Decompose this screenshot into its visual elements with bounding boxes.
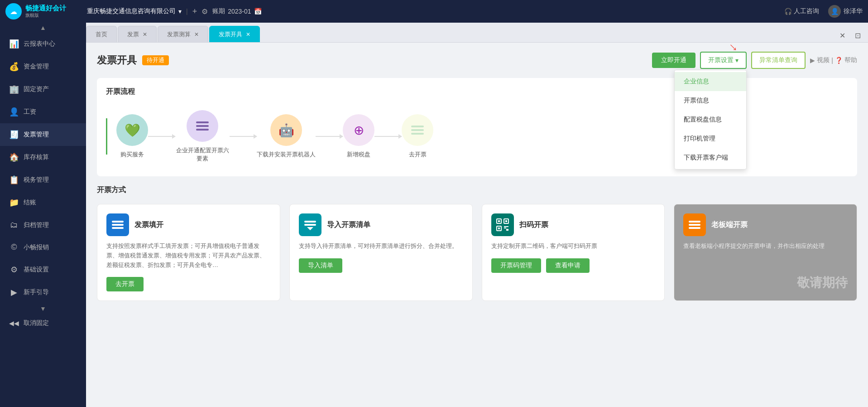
tab-fapiaokaiqu-label: 发票开具 [219,30,242,39]
methods-section: 开票方式 发票填开 支持按照发票样式手工填开发票；可开具增值税电子普通发票、增值… [97,185,857,301]
zijin-icon: 💰 [9,62,19,72]
video-help-area[interactable]: ▶ 视频 | ❓ 帮助 [810,56,857,64]
sidebar-item-shuiwu[interactable]: 📋 税务管理 [0,169,86,191]
method-card-fill: 发票填开 支持按照发票样式手工填开发票；可开具增值税电子普通发票、增值税普通发票… [97,204,280,301]
flow-label-2: 企业开通配置开票六要素 [175,146,230,163]
method-desc-fill: 支持按照发票样式手工填开发票；可开具增值税电子普通发票、增值税普通发票、增值税专… [106,242,271,270]
xinshouyin-icon: ▶ [9,287,19,297]
svg-rect-8 [112,227,124,229]
fill-go-btn[interactable]: 去开票 [106,277,144,291]
sidebar-item-label: 基础设置 [24,266,49,274]
page-title-area: 发票开具 待开通 [97,53,169,67]
logo-icon: ☁ [5,3,22,19]
sidebar-item-label: 发票管理 [24,131,49,139]
method-icon-import [299,213,321,236]
svg-rect-18 [504,226,506,227]
scan-btn1[interactable]: 开票码管理 [491,258,541,273]
svg-rect-10 [304,224,316,226]
flow-step-5: 去开票 [402,114,433,159]
tab-fapiao-close[interactable]: ✕ [143,31,147,38]
guidang-icon: 🗂 [9,220,19,230]
scroll-up-btn[interactable]: ▲ [0,23,86,33]
tab-fapiaokaiqu[interactable]: 发票开具 ✕ [209,26,260,42]
svg-rect-23 [689,224,700,226]
dropdown-item-kaipiaoinfo[interactable]: 开票信息 [675,91,746,110]
flow-label-1: 购买服务 [120,150,144,159]
methods-section-title: 开票方式 [97,185,857,195]
cloud-icon: ☁ [10,7,17,16]
top-bar: ☁ 畅捷通好会计 旗舰版 重庆畅捷交通信息咨询有限公司 ▾ | + ⚙ 账期 2… [0,0,868,23]
flow-step-3: 🤖 下载并安装开票机器人 [257,114,316,159]
help-btn[interactable]: 🎧 人工咨询 [784,7,819,15]
import-btn[interactable]: 导入清单 [299,258,342,273]
kucun-icon: 🏠 [9,152,19,162]
dropdown-item-peizhishuipan[interactable]: 配置税盘信息 [675,110,746,129]
sidebar-item-jichushezhi[interactable]: ⚙ 基础设置 [0,258,86,281]
sidebar-item-jiezhang[interactable]: 📁 结账 [0,191,86,214]
tab-expand-btn[interactable]: ⊡ [851,29,864,42]
gudingzichan-icon: 🏢 [9,84,19,94]
method-title-fill: 发票填开 [134,220,163,230]
help-label: 人工咨询 [794,7,819,15]
activate-button[interactable]: 立即开通 [652,53,695,68]
sidebar-item-yunbiao[interactable]: 📊 云报表中心 [0,33,86,55]
sidebar-item-label: 固定资产 [24,85,49,93]
exception-button[interactable]: 异常清单查询 [751,52,806,69]
sidebar-item-kucun[interactable]: 🏠 库存核算 [0,146,86,169]
flow-label-4: 新增税盘 [347,150,370,159]
top-right-area: 🎧 人工咨询 👤 徐泽华 [784,5,863,18]
method-card-boss: 老板端开票 查看老板端小程序提交的开票申请，并作出相应的处理 敬请期待 [674,204,857,301]
flow-arrow-3 [316,136,343,137]
svg-rect-21 [506,229,508,231]
tab-close-window-btn[interactable]: ✕ [835,29,849,42]
sidebar-item-gudingzichan[interactable]: 🏢 固定资产 [0,78,86,101]
tab-fapiaocesuan-close[interactable]: ✕ [194,31,199,38]
add-button[interactable]: + [192,7,197,16]
svg-rect-2 [196,129,209,131]
play-icon: ▶ [810,57,815,64]
sidebar-item-fapiao[interactable]: 🧾 发票管理 [0,123,86,146]
sidebar-item-label: 结账 [24,199,36,207]
cancel-pin-label: 取消固定 [24,319,49,327]
logo-text-block: 畅捷通好会计 旗舰版 [25,4,66,19]
settings-icon[interactable]: ⚙ [201,7,208,16]
company-selector[interactable]: 重庆畅捷交通信息咨询有限公司 ▾ [87,7,182,15]
method-icon-boss [683,213,706,236]
fapiao-icon: 🧾 [9,130,19,140]
tab-fapiaokaiqu-close[interactable]: ✕ [246,31,250,38]
tab-fapiaocesuan[interactable]: 发票测算 ✕ [158,26,208,42]
method-card-fill-header: 发票填开 [106,213,271,236]
method-card-import-header: 导入开票清单 [299,213,463,236]
dropdown-item-dayinjiguanli[interactable]: 打印机管理 [675,129,746,148]
settings-button[interactable]: 开票设置 ▾ [700,52,747,69]
flow-arrow-4 [374,136,402,137]
svg-rect-19 [506,226,508,227]
sidebar-item-guidang[interactable]: 🗂 归档管理 [0,214,86,236]
dropdown-item-xiazaikaipiaoke[interactable]: 下载开票客户端 [675,148,746,167]
calendar-icon[interactable]: 📅 [254,8,262,15]
flow-circle-4: ⊕ [343,114,374,146]
sidebar-item-gongzi[interactable]: 👤 工资 [0,101,86,123]
logo-title: 畅捷通好会计 [25,4,66,12]
method-title-import: 导入开票清单 [327,220,370,230]
sidebar-item-xinshouyin[interactable]: ▶ 新手引导 [0,281,86,304]
flow-step-1: 💚 购买服务 [116,114,148,159]
tab-home[interactable]: 首页 [86,26,117,42]
user-area[interactable]: 👤 徐泽华 [828,5,863,18]
period-label: 账期 [212,7,225,15]
sidebar-item-xiaochang[interactable]: © 小畅报销 [0,236,86,258]
method-card-boss-header: 老板端开票 [683,213,848,236]
method-desc-scan: 支持定制开票二维码，客户端可扫码开票 [491,242,656,251]
tab-fapiao-label: 发票 [127,30,139,39]
sidebar-cancel-pin[interactable]: ◀◀ 取消固定 [0,314,86,333]
method-card-scan: 扫码开票 支持定制开票二维码，客户端可扫码开票 开票码管理 查看申请 [482,204,665,301]
tab-fapiao[interactable]: 发票 ✕ [118,26,157,42]
dropdown-item-qiyeinfo[interactable]: 企业信息 [675,72,746,91]
video-label: 视频 [817,56,830,64]
scan-btn2[interactable]: 查看申请 [546,258,590,273]
svg-rect-17 [498,228,500,229]
scroll-down-btn[interactable]: ▼ [0,304,86,314]
sidebar-item-zijin[interactable]: 💰 资金管理 [0,55,86,78]
svg-marker-11 [307,227,313,230]
tab-bar: 首页 发票 ✕ 发票测算 ✕ 发票开具 ✕ ✕ ⊡ [86,23,868,43]
